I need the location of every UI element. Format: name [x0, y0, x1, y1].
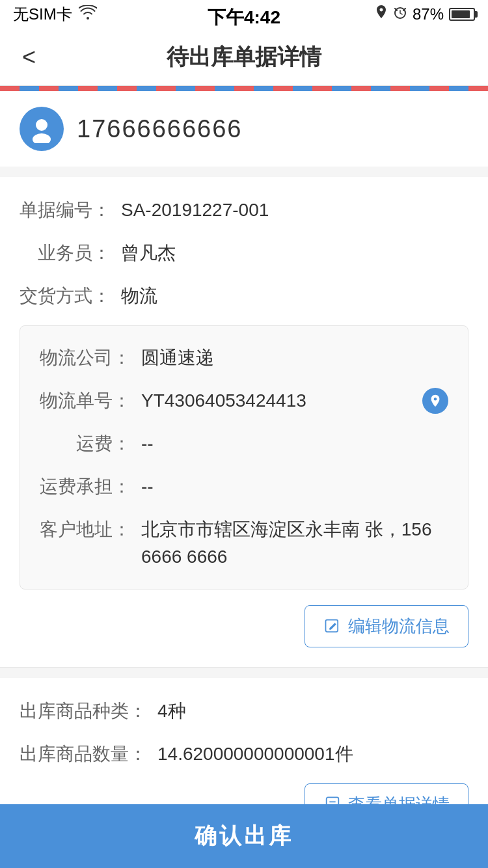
freight-label: 运费： [40, 430, 131, 457]
delivery-label: 交货方式： [20, 282, 111, 310]
status-bar: 无SIM卡 下午4:42 87% [0, 0, 488, 29]
location-status-icon [375, 5, 388, 23]
edit-icon [323, 617, 342, 636]
address-value: 北京市市辖区海淀区永丰南 张，156 6666 6666 [141, 516, 448, 571]
battery-percent: 87% [413, 5, 444, 23]
address-label: 客户地址： [40, 516, 131, 543]
logistics-card: 物流公司： 圆通速递 物流单号： YT43064053424413 运费： --… [20, 325, 468, 590]
nav-bar: < 待出库单据详情 [0, 29, 488, 86]
edit-logistics-button[interactable]: 编辑物流信息 [305, 605, 468, 647]
document-info-section: 单据编号： SA-20191227-001 业务员： 曾凡杰 交货方式： 物流 … [0, 177, 488, 667]
freight-value: -- [141, 430, 448, 457]
salesman-row: 业务员： 曾凡杰 [20, 239, 468, 267]
salesman-label: 业务员： [20, 239, 111, 267]
address-row: 客户地址： 北京市市辖区海淀区永丰南 张，156 6666 6666 [40, 516, 448, 571]
doc-no-row: 单据编号： SA-20191227-001 [20, 197, 468, 224]
goods-type-label: 出库商品种类： [20, 698, 147, 725]
separator-1 [0, 667, 488, 668]
freight-bearer-row: 运费承担： -- [40, 473, 448, 500]
edit-logistics-container: 编辑物流信息 [20, 605, 468, 647]
svg-point-1 [36, 119, 47, 131]
status-left: 无SIM卡 [13, 4, 97, 25]
battery-fill [452, 10, 470, 18]
goods-type-value: 4种 [157, 698, 468, 725]
goods-quantity-value: 14.620000000000001件 [157, 740, 468, 768]
goods-quantity-row: 出库商品数量： 14.620000000000001件 [20, 740, 468, 768]
battery-icon [449, 8, 475, 21]
edit-logistics-label: 编辑物流信息 [348, 615, 450, 638]
user-header: 17666666666 [0, 91, 488, 167]
logistics-company-label: 物流公司： [40, 344, 131, 372]
delivery-value: 物流 [121, 282, 468, 310]
wifi-icon [79, 5, 97, 23]
delivery-row: 交货方式： 物流 [20, 282, 468, 310]
freight-row: 运费： -- [40, 430, 448, 457]
goods-quantity-label: 出库商品数量： [20, 740, 147, 768]
logistics-tracking-row: 物流单号： YT43064053424413 [40, 387, 448, 414]
freight-bearer-label: 运费承担： [40, 473, 131, 500]
doc-no-value: SA-20191227-001 [121, 197, 468, 224]
page-title: 待出库单据详情 [167, 42, 321, 72]
status-time: 下午4:42 [208, 5, 280, 30]
back-button[interactable]: < [16, 37, 42, 77]
freight-bearer-value: -- [141, 473, 448, 500]
avatar [20, 107, 64, 151]
confirm-bar[interactable]: 确认出库 [0, 804, 488, 868]
svg-point-2 [33, 133, 51, 143]
logistics-company-row: 物流公司： 圆通速递 [40, 344, 448, 372]
track-location-button[interactable] [422, 388, 448, 414]
logistics-tracking-label: 物流单号： [40, 387, 131, 414]
confirm-button-label: 确认出库 [195, 821, 293, 851]
doc-no-label: 单据编号： [20, 197, 111, 224]
logistics-tracking-value: YT43064053424413 [141, 387, 412, 414]
status-right: 87% [375, 5, 475, 23]
logistics-company-value: 圆通速递 [141, 344, 448, 372]
alarm-status-icon [393, 5, 407, 23]
stripe-divider [0, 86, 488, 91]
user-phone: 17666666666 [77, 115, 242, 143]
salesman-value: 曾凡杰 [121, 239, 468, 267]
goods-type-row: 出库商品种类： 4种 [20, 698, 468, 725]
carrier-label: 无SIM卡 [13, 4, 72, 25]
